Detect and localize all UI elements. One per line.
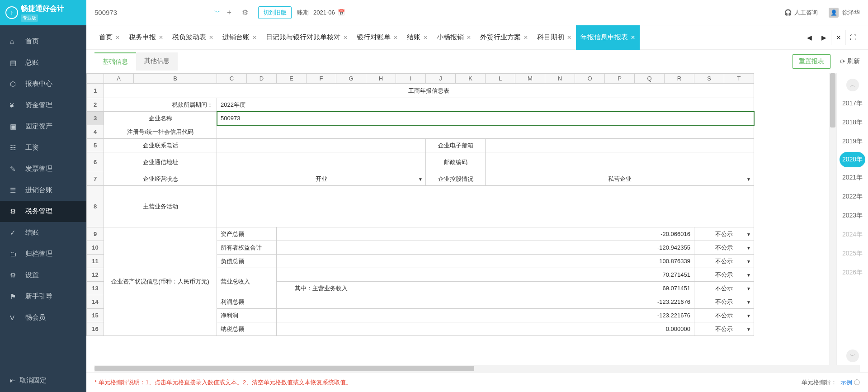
year-2025[interactable]: 2025年 xyxy=(837,244,868,263)
sheet-title[interactable]: 工商年报信息表 xyxy=(104,84,754,98)
status-label[interactable]: 企业经营状态 xyxy=(104,172,217,186)
tab-journal[interactable]: 日记账与银行对账单核对✕ xyxy=(261,25,352,50)
close-icon[interactable]: ✕ xyxy=(159,34,163,41)
year-2021[interactable]: 2021年 xyxy=(837,168,868,187)
company-select[interactable]: 500973 ﹀ xyxy=(94,8,221,17)
main-biz-input[interactable] xyxy=(217,186,754,227)
close-icon[interactable]: ✕ xyxy=(393,34,398,41)
r9-label[interactable]: 资产总额 xyxy=(217,227,277,241)
col-K[interactable]: K xyxy=(456,74,486,84)
scrollbar-thumb[interactable] xyxy=(94,366,474,371)
vertical-scrollbar[interactable] xyxy=(829,73,836,365)
sidebar-item-purchsale[interactable]: ☰进销台账 xyxy=(0,179,86,201)
close-icon[interactable]: ✕ xyxy=(423,34,428,41)
sidebar-item-tax[interactable]: ⚙税务管理 xyxy=(0,201,86,222)
r14-publish-select[interactable]: 不公示▼ xyxy=(694,295,754,309)
col-P[interactable]: P xyxy=(605,74,635,84)
phone-label[interactable]: 企业联系电话 xyxy=(104,139,217,152)
subtab-basic[interactable]: 基础信息 xyxy=(94,52,136,71)
example-link[interactable]: 示例 xyxy=(840,378,852,387)
col-A[interactable]: A xyxy=(104,74,134,84)
sidebar-item-home[interactable]: ⌂首页 xyxy=(0,31,86,52)
tab-opening[interactable]: 科目期初✕ xyxy=(533,25,576,50)
email-label[interactable]: 企业电子邮箱 xyxy=(426,139,486,152)
postcode-input[interactable] xyxy=(486,152,754,172)
close-icon[interactable]: ✕ xyxy=(209,34,213,41)
tab-tax-fluct[interactable]: 税负波动表✕ xyxy=(168,25,218,50)
close-icon[interactable]: ✕ xyxy=(115,34,120,41)
col-M[interactable]: M xyxy=(515,74,545,84)
col-G[interactable]: G xyxy=(336,74,366,84)
col-E[interactable]: E xyxy=(277,74,307,84)
year-2023[interactable]: 2023年 xyxy=(837,206,868,225)
sidebar-item-ledger[interactable]: ▤总账 xyxy=(0,52,86,73)
asset-group-label[interactable]: 企业资产状况信息(币种：人民币万元) xyxy=(104,227,217,336)
tab-close-all-button[interactable]: ✕ xyxy=(831,30,845,45)
year-scroll-up[interactable]: ︿ xyxy=(846,79,859,91)
r12-label[interactable]: 营业总收入 xyxy=(217,268,277,295)
row-head-9[interactable]: 9 xyxy=(87,227,104,241)
r11-label[interactable]: 负债总额 xyxy=(217,255,277,268)
phone-input[interactable] xyxy=(217,139,426,152)
row-head-7[interactable]: 7 xyxy=(87,172,104,186)
col-N[interactable]: N xyxy=(545,74,575,84)
sidebar-item-member[interactable]: V畅会员 xyxy=(0,307,86,328)
col-T[interactable]: T xyxy=(724,74,754,84)
r16-label[interactable]: 纳税总额 xyxy=(217,322,277,336)
tab-reimburse[interactable]: 小畅报销✕ xyxy=(432,25,476,50)
tab-prev-button[interactable]: ◀ xyxy=(802,30,816,45)
col-B[interactable]: B xyxy=(134,74,217,84)
sidebar-item-settings[interactable]: ⚙设置 xyxy=(0,264,86,286)
col-D[interactable]: D xyxy=(247,74,277,84)
sidebar-item-report[interactable]: ⬡报表中心 xyxy=(0,73,86,94)
year-2024[interactable]: 2024年 xyxy=(837,225,868,244)
r13-label[interactable]: 其中：主营业务收入 xyxy=(277,282,366,295)
r10-publish-select[interactable]: 不公示▼ xyxy=(694,241,754,255)
r11-publish-select[interactable]: 不公示▼ xyxy=(694,255,754,268)
holding-select[interactable]: 私营企业▼ xyxy=(486,172,754,186)
info-icon[interactable]: ⓘ xyxy=(854,378,860,387)
tab-home[interactable]: 首页✕ xyxy=(94,25,124,50)
r13-value[interactable]: 69.071451 xyxy=(366,282,694,295)
r11-value[interactable]: 100.876339 xyxy=(277,255,694,268)
row-head-15[interactable]: 15 xyxy=(87,309,104,322)
row-head-14[interactable]: 14 xyxy=(87,295,104,309)
sidebar-item-archive[interactable]: 🗀归档管理 xyxy=(0,243,86,264)
r15-publish-select[interactable]: 不公示▼ xyxy=(694,309,754,322)
year-scroll-down[interactable]: ﹀ xyxy=(846,349,859,362)
close-icon[interactable]: ✕ xyxy=(252,34,257,41)
reset-report-button[interactable]: 重置报表 xyxy=(792,54,831,69)
year-2022[interactable]: 2022年 xyxy=(837,187,868,206)
main-biz-label[interactable]: 主营业务活动 xyxy=(104,186,217,227)
col-J[interactable]: J xyxy=(426,74,456,84)
r13-publish-select[interactable]: 不公示▼ xyxy=(694,282,754,295)
close-icon[interactable]: ✕ xyxy=(467,34,471,41)
company-name-input[interactable]: 500973 xyxy=(217,112,754,125)
sidebar-item-fund[interactable]: ¥资金管理 xyxy=(0,94,86,116)
col-C[interactable]: C xyxy=(217,74,247,84)
row-head-5[interactable]: 5 xyxy=(87,139,104,152)
row-head-8[interactable]: 8 xyxy=(87,186,104,227)
customer-service[interactable]: 🎧人工咨询 xyxy=(784,9,818,17)
row-head-16[interactable]: 16 xyxy=(87,322,104,336)
gear-icon[interactable]: ⚙ xyxy=(242,8,248,17)
reg-code-input[interactable] xyxy=(217,125,754,139)
row-head-13[interactable]: 13 xyxy=(87,282,104,295)
row-head-1[interactable]: 1 xyxy=(87,84,104,98)
col-I[interactable]: I xyxy=(396,74,426,84)
address-label[interactable]: 企业通信地址 xyxy=(104,152,217,172)
year-2026[interactable]: 2026年 xyxy=(837,263,868,282)
col-F[interactable]: F xyxy=(307,74,336,84)
user-menu[interactable]: 👤徐泽华 xyxy=(829,8,860,18)
r15-label[interactable]: 净利润 xyxy=(217,309,277,322)
col-H[interactable]: H xyxy=(366,74,396,84)
tab-bank[interactable]: 银行对账单✕ xyxy=(352,25,402,50)
reg-code-label[interactable]: 注册号/统一社会信用代码 xyxy=(104,125,217,139)
r9-publish-select[interactable]: 不公示▼ xyxy=(694,227,754,241)
tab-annual-report[interactable]: 年报信息申报表✕ xyxy=(576,25,640,50)
col-R[interactable]: R xyxy=(665,74,694,84)
sidebar-item-salary[interactable]: ☷工资 xyxy=(0,137,86,158)
r14-label[interactable]: 利润总额 xyxy=(217,295,277,309)
add-icon[interactable]: ＋ xyxy=(226,8,233,17)
row-head-12[interactable]: 12 xyxy=(87,268,104,282)
